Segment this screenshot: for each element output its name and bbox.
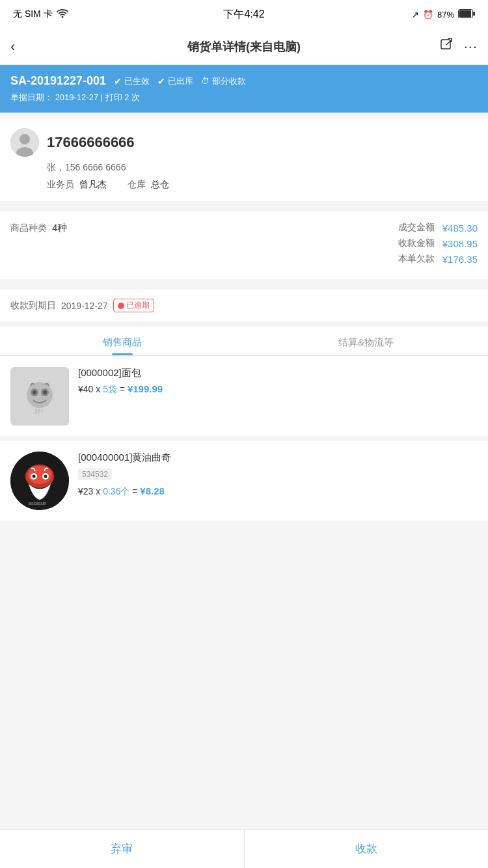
product-item-2: assassin [000400001]黄油曲奇 534532 ¥23 x 0.… (0, 441, 488, 521)
svg-point-12 (43, 390, 47, 394)
share-icon[interactable] (439, 38, 454, 55)
product-qty-2: 0.36个 (103, 486, 129, 496)
overdue-badge: 已逾期 (113, 299, 154, 312)
back-button[interactable]: ‹ (10, 38, 15, 55)
location-icon: ↗ (412, 10, 419, 20)
warehouse-label: 仓库 总仓 (128, 179, 169, 191)
customer-section: 17666666666 张，156 6666 6666 业务员 曾凡杰 仓库 总… (0, 118, 488, 201)
status-left: 无 SIM 卡 (13, 8, 68, 20)
tab-settlement[interactable]: 结算&物流等 (244, 327, 488, 355)
wifi-icon (57, 9, 68, 20)
order-id: SA-20191227-001 (10, 74, 106, 88)
product-list: 羿+ [0000002]面包 ¥40 x 5袋 = ¥199.99 (0, 357, 488, 560)
due-date: 2019-12-27 (61, 301, 108, 311)
customer-avatar (10, 128, 39, 157)
svg-rect-3 (441, 40, 450, 49)
debt-amount: ¥176.35 (442, 254, 478, 265)
svg-line-4 (446, 40, 452, 45)
product-qty-1: 5袋 (103, 384, 117, 394)
receipt-amount-row: 收款金额 ¥308.95 (398, 237, 478, 249)
customer-id: 17666666666 (47, 134, 135, 151)
svg-text:羿+: 羿+ (34, 408, 44, 414)
debt-amount-row: 本单欠款 ¥176.35 (398, 253, 478, 265)
svg-rect-1 (473, 12, 475, 16)
product-total-2: ¥8.28 (140, 485, 165, 496)
clock-icon: ⏱ (201, 76, 210, 86)
status-partial-payment: ⏱ 部分收款 (201, 75, 246, 87)
status-right: ↗ ⏰ 87% (412, 9, 475, 20)
product-thumb-2: assassin (10, 452, 69, 510)
svg-point-6 (20, 134, 30, 144)
customer-meta: 业务员 曾凡杰 仓库 总仓 (10, 179, 478, 191)
check-icon-1: ✔ (114, 76, 122, 87)
due-label: 收款到期日 (10, 300, 56, 312)
status-effective: ✔ 已生效 (114, 75, 150, 87)
svg-point-20 (44, 475, 47, 478)
battery-level: 87% (437, 10, 454, 20)
page-title: 销货单详情(来自电脑) (187, 39, 301, 55)
stats-section: 商品种类 4种 成交金额 ¥485.30 收款金额 ¥308.95 本单欠款 ¥… (0, 211, 488, 279)
product-tag-2: 534532 (78, 468, 112, 480)
stats-amounts: 成交金额 ¥485.30 收款金额 ¥308.95 本单欠款 ¥176.35 (398, 222, 478, 269)
svg-rect-2 (459, 10, 472, 17)
product-total-1: ¥199.99 (128, 383, 163, 394)
product-info-1: [0000002]面包 ¥40 x 5袋 = ¥199.99 (78, 367, 478, 396)
sim-status: 无 SIM 卡 (13, 8, 53, 20)
product-info-2: [000400001]黄油曲奇 534532 ¥23 x 0.36个 = ¥8.… (78, 452, 478, 498)
status-time: 下午4:42 (223, 8, 264, 21)
receipt-amount: ¥308.95 (442, 238, 478, 249)
tab-bar: 销售商品 结算&物流等 (0, 327, 488, 356)
deal-amount: ¥485.30 (442, 223, 478, 234)
check-icon-2: ✔ (157, 76, 165, 87)
warehouse-value: 总仓 (151, 179, 169, 189)
product-name-1: [0000002]面包 (78, 367, 478, 379)
status-shipped: ✔ 已出库 (157, 75, 193, 87)
battery-icon (458, 9, 475, 20)
more-icon[interactable]: ··· (464, 38, 478, 55)
salesperson-label: 业务员 曾凡杰 (47, 179, 107, 191)
tab-products[interactable]: 销售商品 (0, 327, 244, 355)
status-bar: 无 SIM 卡 下午4:42 ↗ ⏰ 87% (0, 0, 488, 29)
product-name-2: [000400001]黄油曲奇 (78, 452, 478, 464)
product-price-2: ¥23 x 0.36个 = ¥8.28 (78, 485, 478, 498)
svg-point-11 (33, 390, 36, 394)
order-date-info: 单据日期： 2019-12-27 | 打印 2 次 (10, 92, 478, 103)
nav-actions: ··· (439, 38, 478, 55)
bottom-bar: 弃审 收款 (0, 829, 488, 868)
overdue-dot-icon (118, 303, 124, 309)
cancel-button[interactable]: 弃审 (0, 830, 245, 868)
product-thumb-1: 羿+ (10, 367, 69, 426)
alarm-icon: ⏰ (423, 10, 433, 20)
customer-contact: 张，156 6666 6666 (10, 162, 478, 174)
header-band: SA-20191227-001 ✔ 已生效 ✔ 已出库 ⏱ 部分收款 单据日期：… (0, 65, 488, 113)
divider-2 (0, 279, 488, 284)
confirm-button[interactable]: 收款 (245, 830, 489, 868)
product-item-1: 羿+ [0000002]面包 ¥40 x 5袋 = ¥199.99 (0, 357, 488, 436)
svg-point-19 (33, 475, 36, 478)
divider-1 (0, 201, 488, 206)
due-section: 收款到期日 2019-12-27 已逾期 (0, 290, 488, 322)
stats-category: 商品种类 4种 (10, 222, 67, 234)
salesperson-value: 曾凡杰 (79, 179, 107, 189)
deal-amount-row: 成交金额 ¥485.30 (398, 222, 478, 234)
nav-bar: ‹ 销货单详情(来自电脑) ··· (0, 29, 488, 65)
svg-text:assassin: assassin (29, 501, 46, 506)
product-price-1: ¥40 x 5袋 = ¥199.99 (78, 383, 478, 396)
